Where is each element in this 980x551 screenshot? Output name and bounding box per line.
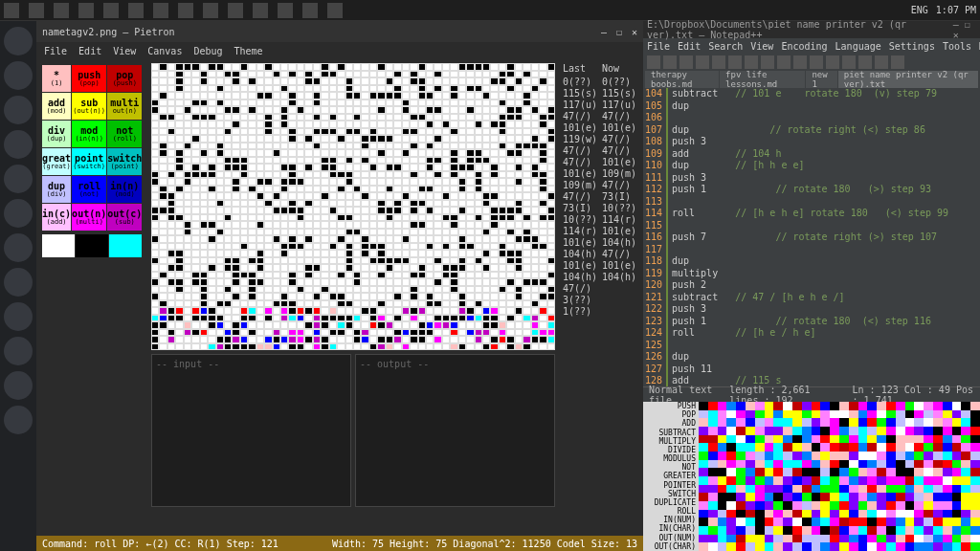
palette-dup[interactable]: dup(div) [42,176,71,203]
palette-multi[interactable]: multiout(n) [107,93,142,120]
menu-file[interactable]: File [44,46,67,56]
toolbar-button[interactable] [745,55,758,69]
code-line[interactable]: 119multiply [643,268,980,280]
code-line[interactable]: 123push 1 // rotate 180 (<) step 116 [643,316,980,328]
discord-server-icon[interactable] [4,199,33,228]
discord-server-icon[interactable] [4,165,33,193]
taskbar-app-icon[interactable] [203,3,218,18]
palette-out(n)[interactable]: out(n)(multi) [72,204,106,231]
code-line[interactable]: 104subtract // 101 e rotate 180 (v) step… [643,88,980,100]
palette-pop[interactable]: pop(push) [107,65,142,92]
palette-not[interactable]: not(roll) [107,121,142,147]
toolbar-button[interactable] [728,55,742,69]
palette-swatch[interactable] [109,234,142,257]
taskbar-app-icon[interactable] [128,3,144,18]
palette-sub[interactable]: sub(out(n)) [72,93,106,120]
code-line[interactable]: 107dup // rotate right (<) step 86 [643,124,980,137]
taskbar-app-icon[interactable] [302,3,318,18]
taskbar-app-icon[interactable] [78,3,94,18]
input-box[interactable]: -- input -- [151,354,351,507]
palette-roll[interactable]: roll(not) [72,176,106,203]
npp-menu-settings[interactable]: Settings [889,41,935,52]
npp-menu-encoding[interactable]: Encoding [781,41,827,52]
toolbar-button[interactable] [875,55,888,69]
toolbar-button[interactable] [712,55,725,69]
palette-swatch[interactable] [42,234,75,257]
code-line[interactable]: 115 [643,220,980,232]
taskbar-app-icon[interactable] [103,3,119,18]
npp-tab[interactable]: fpv life lessons.md [720,71,805,88]
code-line[interactable]: 116push 7 // rotate right (>) step 107 [643,231,980,244]
menu-canvas[interactable]: Canvas [147,46,182,56]
npp-menu-edit[interactable]: Edit [678,41,701,52]
palette-push[interactable]: push(pop) [72,65,106,92]
toolbar-button[interactable] [858,55,872,69]
npp-menu-search[interactable]: Search [708,41,743,52]
code-line[interactable]: 113 [643,196,980,209]
code-line[interactable]: 120push 2 [643,279,980,292]
discord-server-icon[interactable] [4,233,33,262]
npp-menu-file[interactable]: File [647,41,670,52]
code-line[interactable]: 112push 1 // rotate 180 (>) step 93 [643,184,980,196]
toolbar-button[interactable] [810,55,823,69]
maximize-button[interactable]: ☐ [616,27,622,37]
code-line[interactable]: 111push 3 [643,172,980,185]
piet-canvas[interactable] [151,63,555,350]
code-line[interactable]: 110dup // [h h e e] [643,160,980,172]
toolbar-button[interactable] [761,55,774,69]
toolbar-button[interactable] [793,55,807,69]
menu-theme[interactable]: Theme [234,46,263,56]
palette-div[interactable]: div(dup) [42,121,71,147]
palette-swatch[interactable] [76,234,108,257]
toolbar-button[interactable] [696,55,709,69]
discord-server-icon[interactable] [4,27,33,55]
toolbar-button[interactable] [842,55,856,69]
toolbar-button[interactable] [777,55,791,69]
menu-debug[interactable]: Debug [193,46,222,56]
palette-in(c)[interactable]: in(c)(add) [42,204,71,231]
npp-tab[interactable]: new 1 [806,71,836,88]
menu-edit[interactable]: Edit [78,46,101,56]
palette-mod[interactable]: mod(in(n)) [72,121,106,147]
palette-switch[interactable]: switch(point) [107,148,142,175]
code-line[interactable]: 122push 3 [643,303,980,316]
palette-great[interactable]: great(great) [42,148,71,175]
npp-tab[interactable]: therapy boobs.md [645,71,719,88]
npp-menu-tools[interactable]: Tools [943,41,971,52]
palette-add[interactable]: add(mod) [42,93,71,120]
npp-window-controls[interactable]: — ☐ ✕ [953,19,976,40]
taskbar-app-icon[interactable] [253,3,268,18]
toolbar-button[interactable] [826,55,839,69]
code-line[interactable]: 127push 11 [643,364,980,376]
code-line[interactable]: 108push 3 [643,136,980,148]
npp-editor[interactable]: 104subtract // 101 e rotate 180 (v) step… [643,88,980,386]
discord-server-icon[interactable] [4,268,33,297]
code-line[interactable]: 118dup [643,255,980,268]
taskbar-app-icon[interactable] [278,3,293,18]
discord-server-icon[interactable] [4,130,33,159]
taskbar-app-icon[interactable] [153,3,168,18]
code-line[interactable]: 126dup [643,351,980,364]
palette-out(c)[interactable]: out(c)(sub) [107,204,142,231]
code-line[interactable]: 125 [643,340,980,352]
code-line[interactable]: 121subtract // 47 / [h e h e /] [643,292,980,304]
toolbar-button[interactable] [679,55,693,69]
taskbar-app-icon[interactable] [178,3,193,18]
toolbar-button[interactable] [647,55,660,69]
discord-server-icon[interactable] [4,96,33,124]
taskbar-app-icon[interactable] [29,3,44,18]
discord-server-icon[interactable] [4,302,33,331]
discord-server-icon[interactable] [4,371,33,400]
palette-point[interactable]: point(switch) [72,148,106,175]
discord-server-icon[interactable] [4,406,33,434]
code-line[interactable]: 117 [643,244,980,256]
code-line[interactable]: 124roll // [h e / h e] [643,327,980,340]
npp-menu-view[interactable]: View [750,41,773,52]
taskbar-app-icon[interactable] [54,3,69,18]
discord-server-icon[interactable] [4,337,33,365]
minimize-button[interactable]: — [601,27,607,37]
taskbar-app-icon[interactable] [228,3,243,18]
code-line[interactable]: 105dup [643,100,980,113]
taskbar-app-icon[interactable] [4,3,19,18]
menu-view[interactable]: View [113,46,136,56]
